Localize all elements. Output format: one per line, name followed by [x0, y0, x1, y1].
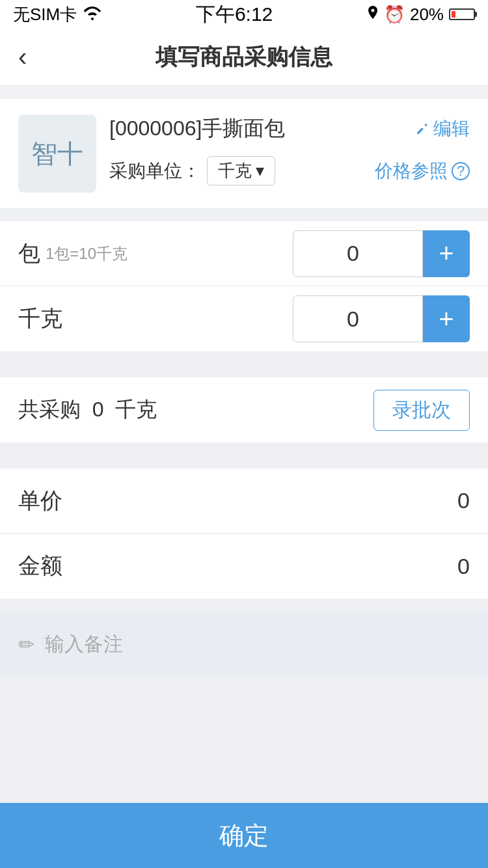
carrier-text: 无SIM卡 — [13, 3, 77, 26]
edit-label: 编辑 — [433, 116, 470, 141]
product-image: 智十 — [18, 115, 96, 193]
nav-bar: ‹ 填写商品采购信息 — [0, 29, 488, 86]
unit-label: 采购单位： — [109, 159, 200, 183]
kg-input[interactable] — [293, 295, 423, 342]
summary-amount: 0 — [92, 398, 104, 421]
product-title: 手撕面包 — [202, 116, 285, 140]
help-icon: ? — [452, 162, 470, 180]
unit-value: 千克 — [218, 159, 252, 182]
price-ref-label: 价格参照 — [375, 159, 448, 183]
wifi-icon — [83, 5, 102, 25]
edit-button[interactable]: 编辑 — [415, 116, 470, 141]
amount-row: 金额 0 — [0, 534, 488, 599]
quantity-section: 包 1包=10千克 + 千克 + — [0, 221, 488, 351]
price-label: 单价 — [18, 486, 62, 516]
amount-value: 0 — [457, 554, 470, 579]
notes-section[interactable]: ✏ 输入备注 — [0, 612, 488, 677]
amount-label: 金额 — [18, 551, 62, 581]
location-icon — [367, 5, 379, 25]
batch-button[interactable]: 录批次 — [373, 390, 470, 431]
notes-placeholder: 输入备注 — [45, 631, 123, 658]
product-id: [0000006] — [109, 116, 202, 140]
product-unit-row: 采购单位： 千克 ▾ 价格参照 ? — [109, 156, 470, 185]
bag-plus-button[interactable]: + — [423, 230, 470, 277]
unit-select[interactable]: 千克 ▾ — [207, 156, 275, 185]
product-logo: 智十 — [31, 136, 83, 172]
page-title: 填写商品采购信息 — [156, 42, 332, 72]
divider-3 — [0, 442, 488, 455]
price-ref-button[interactable]: 价格参照 ? — [375, 159, 470, 183]
kg-input-wrap: + — [293, 295, 470, 342]
detail-section: 单价 0 金额 0 — [0, 468, 488, 599]
summary-text: 共采购 0 千克 — [18, 396, 157, 424]
status-right: ⏰ 20% — [367, 5, 475, 25]
product-info: [0000006]手撕面包 编辑 采购单位： 千克 ▾ — [109, 115, 470, 185]
bag-input[interactable] — [293, 230, 423, 277]
summary-section: 共采购 0 千克 录批次 — [0, 377, 488, 442]
summary-unit: 千克 — [115, 398, 157, 421]
kg-row: 千克 + — [0, 286, 488, 351]
confirm-label: 确定 — [219, 819, 269, 852]
edit-icon — [415, 122, 429, 136]
product-name: [0000006]手撕面包 — [109, 115, 285, 143]
pencil-icon: ✏ — [18, 633, 34, 656]
chevron-down-icon: ▾ — [256, 161, 264, 181]
kg-plus-button[interactable]: + — [423, 295, 470, 342]
status-time: 下午6:12 — [196, 1, 273, 28]
unit-section: 采购单位： 千克 ▾ — [109, 156, 275, 185]
product-name-row: [0000006]手撕面包 编辑 — [109, 115, 470, 143]
back-button[interactable]: ‹ — [18, 42, 27, 72]
price-row: 单价 0 — [0, 468, 488, 534]
status-bar: 无SIM卡 下午6:12 ⏰ 20% — [0, 0, 488, 29]
summary-label: 共采购 — [18, 398, 81, 421]
battery-icon — [449, 8, 475, 20]
status-left: 无SIM卡 — [13, 3, 102, 26]
bag-label: 包 — [18, 239, 40, 269]
confirm-bar[interactable]: 确定 — [0, 803, 488, 868]
product-card: 智十 [0000006]手撕面包 编辑 采购单位： 千克 — [0, 99, 488, 208]
divider-1 — [0, 208, 488, 221]
battery-text: 20% — [410, 5, 444, 25]
main-content: 智十 [0000006]手撕面包 编辑 采购单位： 千克 — [0, 99, 488, 868]
bag-input-wrap: + — [293, 230, 470, 277]
bag-row: 包 1包=10千克 + — [0, 221, 488, 286]
divider-2 — [0, 351, 488, 364]
bag-sub-label: 1包=10千克 — [46, 243, 128, 264]
kg-label: 千克 — [18, 304, 62, 334]
price-value: 0 — [457, 488, 470, 513]
alarm-icon: ⏰ — [384, 5, 405, 25]
